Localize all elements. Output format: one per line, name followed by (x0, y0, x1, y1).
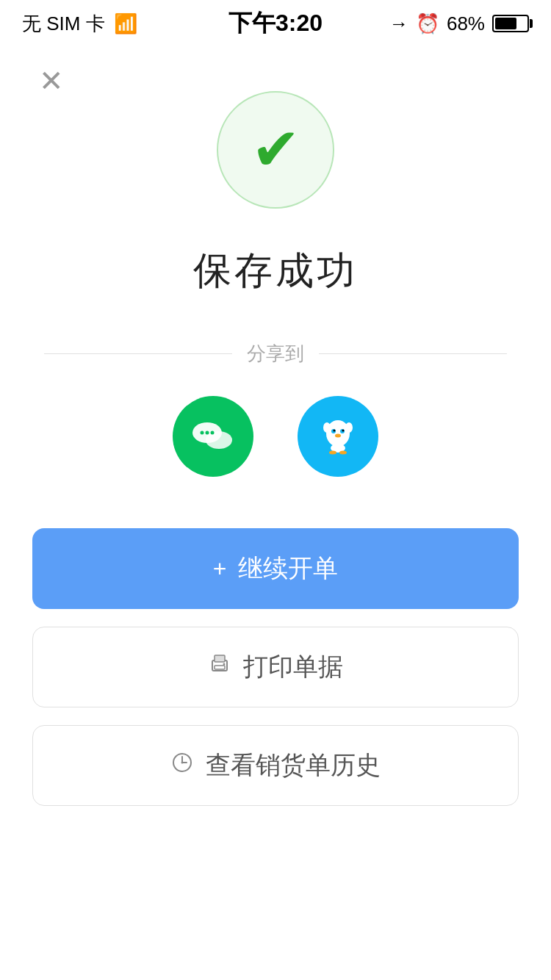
history-button[interactable]: 查看销货单历史 (32, 725, 519, 806)
location-icon: → (389, 12, 408, 35)
battery-icon (492, 15, 529, 32)
share-divider: 分享到 (0, 341, 551, 367)
qq-icon (320, 416, 356, 457)
divider-line-left (44, 353, 232, 354)
battery-percent: 68% (447, 12, 485, 35)
divider-line-right (319, 353, 507, 354)
svg-point-12 (334, 430, 336, 432)
history-icon (170, 751, 194, 780)
success-title: 保存成功 (193, 245, 358, 297)
print-button[interactable]: 打印单据 (32, 627, 519, 707)
share-icons-row (173, 396, 378, 477)
wechat-icon (191, 418, 235, 455)
continue-label: 继续开单 (238, 552, 338, 586)
checkmark-icon: ✔ (251, 120, 300, 179)
svg-point-8 (326, 420, 350, 447)
status-left: 无 SIM 卡 📶 (22, 11, 137, 37)
alarm-icon: ⏰ (416, 12, 439, 35)
action-buttons: + 继续开单 打印单据 (0, 528, 551, 806)
print-label: 打印单据 (243, 650, 343, 684)
close-button[interactable]: ✕ (29, 59, 73, 103)
continue-button[interactable]: + 继续开单 (32, 528, 519, 609)
success-circle: ✔ (217, 91, 334, 209)
svg-point-18 (339, 451, 347, 455)
svg-point-3 (206, 431, 209, 435)
svg-point-17 (329, 451, 336, 455)
share-label: 分享到 (247, 341, 304, 367)
no-sim-text: 无 SIM 卡 (22, 11, 105, 37)
main-content: ✔ 保存成功 分享到 (0, 47, 551, 806)
status-time: 下午3:20 (228, 7, 323, 40)
close-icon: ✕ (39, 66, 64, 96)
svg-point-4 (211, 431, 215, 435)
svg-point-16 (345, 422, 353, 433)
status-bar: 无 SIM 卡 📶 下午3:20 → ⏰ 68% (0, 0, 551, 47)
wechat-share-button[interactable] (173, 396, 253, 477)
svg-rect-20 (215, 655, 225, 662)
svg-point-13 (342, 430, 345, 432)
status-right: → ⏰ 68% (389, 12, 529, 35)
svg-point-14 (335, 434, 341, 438)
history-label: 查看销货单历史 (206, 749, 381, 782)
wifi-icon: 📶 (114, 12, 137, 35)
svg-point-15 (323, 422, 331, 433)
svg-rect-21 (215, 666, 225, 669)
svg-point-22 (223, 663, 226, 666)
plus-icon: + (213, 555, 227, 583)
qq-share-button[interactable] (298, 396, 378, 477)
print-icon (208, 652, 231, 682)
svg-point-2 (201, 431, 204, 435)
